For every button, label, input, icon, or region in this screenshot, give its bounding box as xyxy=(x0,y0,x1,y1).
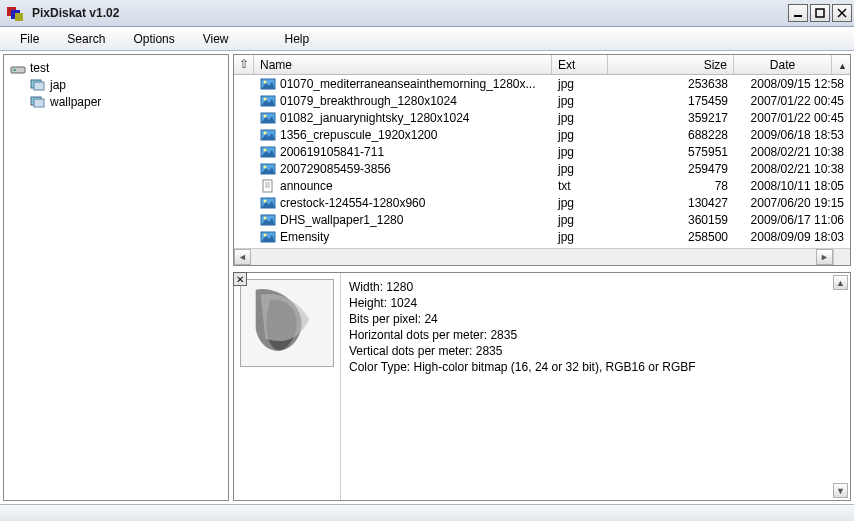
cell-size: 360159 xyxy=(608,213,734,227)
window-title: PixDiskat v1.02 xyxy=(32,6,788,20)
cell-date: 2007/06/20 19:15 xyxy=(734,196,850,210)
table-row[interactable]: 200729085459-3856jpg2594792008/02/21 10:… xyxy=(234,160,850,177)
thumbnail xyxy=(240,279,334,367)
menu-help[interactable]: Help xyxy=(271,29,324,49)
cell-ext: jpg xyxy=(552,196,608,210)
cell-name: crestock-124554-1280x960 xyxy=(254,196,552,210)
tree-item-label: wallpaper xyxy=(50,95,101,109)
cell-size: 688228 xyxy=(608,128,734,142)
cell-name: announce xyxy=(254,179,552,193)
info-bpp: Bits per pixel: 24 xyxy=(349,311,842,327)
file-name: DHS_wallpaper1_1280 xyxy=(280,213,403,227)
table-row[interactable]: 200619105841-711jpg5759512008/02/21 10:3… xyxy=(234,143,850,160)
right-pane: ⇧ Name Ext Size Date ▲ 01070_mediterrane… xyxy=(233,54,851,501)
cell-name: DHS_wallpaper1_1280 xyxy=(254,213,552,227)
cell-name: 200729085459-3856 xyxy=(254,162,552,176)
svg-rect-2 xyxy=(15,13,23,21)
cell-ext: jpg xyxy=(552,77,608,91)
cell-date: 2008/09/09 18:03 xyxy=(734,230,850,244)
scroll-right-icon[interactable]: ► xyxy=(816,249,833,265)
app-icon xyxy=(6,4,24,22)
scroll-up-icon[interactable]: ▲ xyxy=(833,275,848,290)
table-row[interactable]: announcetxt782008/10/11 18:05 xyxy=(234,177,850,194)
cell-date: 2007/01/22 00:45 xyxy=(734,94,850,108)
table-row[interactable]: crestock-124554-1280x960jpg1304272007/06… xyxy=(234,194,850,211)
file-name: Emensity xyxy=(280,230,329,244)
maximize-button[interactable] xyxy=(810,4,830,22)
table-row[interactable]: 01079_breakthrough_1280x1024jpg175459200… xyxy=(234,92,850,109)
svg-rect-10 xyxy=(34,82,44,90)
tree-root[interactable]: test xyxy=(8,59,224,76)
col-name[interactable]: Name xyxy=(254,55,552,74)
cell-date: 2008/09/15 12:58 xyxy=(734,77,850,91)
cell-size: 259479 xyxy=(608,162,734,176)
menu-search[interactable]: Search xyxy=(53,29,119,49)
cell-size: 78 xyxy=(608,179,734,193)
drive-icon xyxy=(10,61,26,75)
sort-indicator-col[interactable]: ⇧ xyxy=(234,55,254,74)
info-ctype: Color Type: High-color bitmap (16, 24 or… xyxy=(349,359,842,375)
cell-ext: jpg xyxy=(552,94,608,108)
table-row[interactable]: DHS_wallpaper1_1280jpg3601592009/06/17 1… xyxy=(234,211,850,228)
file-name: 01079_breakthrough_1280x1024 xyxy=(280,94,457,108)
scroll-left-icon[interactable]: ◄ xyxy=(234,249,251,265)
cell-ext: jpg xyxy=(552,145,608,159)
close-preview-button[interactable]: ✕ xyxy=(233,272,247,286)
table-row[interactable]: 01070_mediterraneanseainthemorning_1280x… xyxy=(234,75,850,92)
image-file-icon xyxy=(260,162,276,176)
table-row[interactable]: 1356_crepuscule_1920x1200jpg6882282009/0… xyxy=(234,126,850,143)
file-name: 200729085459-3856 xyxy=(280,162,391,176)
file-name: 1356_crepuscule_1920x1200 xyxy=(280,128,437,142)
file-name: announce xyxy=(280,179,333,193)
col-ext[interactable]: Ext xyxy=(552,55,608,74)
file-name: 200619105841-711 xyxy=(280,145,384,159)
image-file-icon xyxy=(260,111,276,125)
table-row[interactable]: 01082_januarynightsky_1280x1024jpg359217… xyxy=(234,109,850,126)
col-size[interactable]: Size xyxy=(608,55,734,74)
scroll-track[interactable] xyxy=(251,249,816,265)
tree-item-wallpaper[interactable]: wallpaper xyxy=(8,93,224,110)
titlebar[interactable]: PixDiskat v1.02 xyxy=(0,0,854,27)
cell-date: 2009/06/18 18:53 xyxy=(734,128,850,142)
menu-view[interactable]: View xyxy=(189,29,243,49)
menu-options[interactable]: Options xyxy=(119,29,188,49)
cell-date: 2007/01/22 00:45 xyxy=(734,111,850,125)
close-button[interactable] xyxy=(832,4,852,22)
cell-ext: txt xyxy=(552,179,608,193)
scrollbar-corner: ▲ xyxy=(832,55,850,74)
cell-ext: jpg xyxy=(552,213,608,227)
cell-date: 2008/02/21 10:38 xyxy=(734,145,850,159)
preview-pane: ✕ Width: 1280 Height: 1024 Bits per pixe… xyxy=(233,272,851,501)
cell-size: 359217 xyxy=(608,111,734,125)
app-window: PixDiskat v1.02 File Search Options View… xyxy=(0,0,854,521)
cell-name: 200619105841-711 xyxy=(254,145,552,159)
tree-pane[interactable]: test jap wallpaper xyxy=(3,54,229,501)
cell-ext: jpg xyxy=(552,128,608,142)
horizontal-scrollbar[interactable]: ◄ ► xyxy=(234,248,850,265)
minimize-button[interactable] xyxy=(788,4,808,22)
photos-icon xyxy=(30,78,46,92)
image-file-icon xyxy=(260,213,276,227)
scroll-down-icon[interactable]: ▼ xyxy=(833,483,848,498)
chevron-up-icon: ▲ xyxy=(838,61,847,71)
menu-file[interactable]: File xyxy=(6,29,53,49)
svg-rect-25 xyxy=(263,180,272,192)
svg-rect-4 xyxy=(816,9,824,17)
cell-date: 2009/06/17 11:06 xyxy=(734,213,850,227)
statusbar xyxy=(0,504,854,521)
text-file-icon xyxy=(260,179,276,193)
menubar: File Search Options View Help xyxy=(0,27,854,51)
cell-size: 253638 xyxy=(608,77,734,91)
tree-item-jap[interactable]: jap xyxy=(8,76,224,93)
tree-item-label: jap xyxy=(50,78,66,92)
col-date[interactable]: Date xyxy=(734,55,832,74)
cell-size: 258500 xyxy=(608,230,734,244)
list-body[interactable]: 01070_mediterraneanseainthemorning_1280x… xyxy=(234,75,850,248)
table-row[interactable]: Emensityjpg2585002008/09/09 18:03 xyxy=(234,228,850,245)
info-pane: Width: 1280 Height: 1024 Bits per pixel:… xyxy=(340,273,850,500)
window-controls xyxy=(788,4,852,22)
image-file-icon xyxy=(260,196,276,210)
cell-name: 01070_mediterraneanseainthemorning_1280x… xyxy=(254,77,552,91)
cell-name: Emensity xyxy=(254,230,552,244)
photos-icon xyxy=(30,95,46,109)
